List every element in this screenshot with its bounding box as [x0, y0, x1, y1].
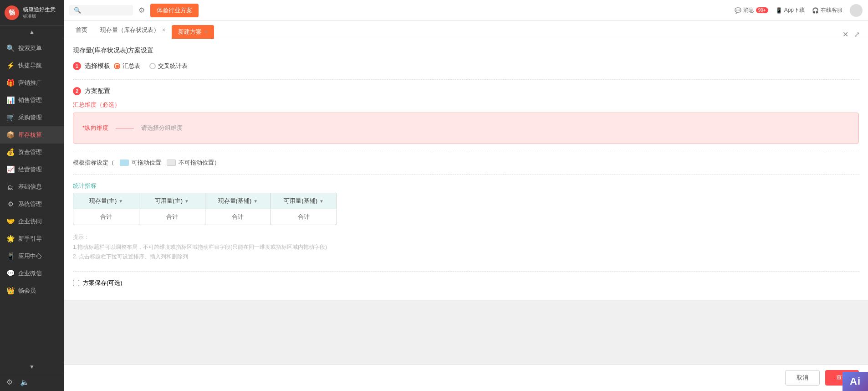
draggable-box	[120, 159, 129, 166]
search-nav-icon: 🔍	[6, 44, 15, 52]
cancel-button[interactable]: 取消	[785, 370, 820, 386]
sidebar-item-sales[interactable]: 📊 销售管理	[0, 92, 64, 109]
col2-chevron: ▼	[184, 199, 189, 204]
tab-new-plan-label: 新建方案	[178, 28, 202, 36]
step1-section: 1 选择模板 汇总表 交叉统计表	[73, 62, 859, 70]
stats-col-4-header[interactable]: 可用量(基辅) ▼	[271, 193, 337, 209]
sidebar-item-shortcut[interactable]: ⚡ 快捷导航	[0, 57, 64, 74]
sidebar-item-enterprise[interactable]: 🤝 企业协同	[0, 213, 64, 230]
sidebar-item-guide[interactable]: 🌟 新手引导	[0, 230, 64, 247]
tab-close-all-icon[interactable]: ✕	[840, 30, 851, 39]
guide-icon: 🌟	[6, 235, 15, 243]
dimension-separator	[116, 128, 134, 129]
tab-inventory-close[interactable]: ×	[162, 27, 165, 33]
user-avatar[interactable]	[850, 4, 863, 17]
save-checkbox[interactable]	[73, 280, 79, 286]
tab-new-plan[interactable]: 新建方案 ×	[172, 25, 214, 39]
stats-col-3-header[interactable]: 现存量(基辅) ▼	[205, 193, 271, 209]
service-btn[interactable]: 🎧 在线客服	[812, 6, 842, 14]
nondraggable-label: 不可拖动位置）	[179, 159, 220, 167]
template-label: 模板指标设定（	[73, 159, 114, 167]
divider-1	[73, 79, 859, 80]
dimension-vertical-label: *纵向维度	[82, 124, 108, 132]
radio-summary-circle	[114, 63, 120, 69]
sidebar-item-label: 应用中心	[18, 252, 42, 260]
col3-chevron: ▼	[253, 199, 258, 204]
sidebar-scroll-down[interactable]: ▼	[0, 361, 64, 373]
appstore-icon: 📱	[6, 252, 15, 260]
indicator-nondraggable: 不可拖动位置）	[167, 159, 220, 167]
divider-2	[73, 151, 859, 151]
topbar-gear-icon[interactable]: ⚙	[137, 4, 147, 16]
system-icon: ⚙	[6, 200, 15, 208]
brand-area: 畅 畅康通好生意 标准版	[0, 0, 64, 26]
search-box[interactable]: 🔍	[69, 5, 133, 15]
search-input[interactable]	[84, 7, 120, 14]
sidebar-item-label: 经营管理	[18, 165, 42, 174]
sidebar-item-label: 搜索菜单	[18, 44, 42, 52]
sidebar-item-system[interactable]: ⚙ 系统管理	[0, 196, 64, 213]
panel-title: 现存量(库存状况表)方案设置	[73, 46, 859, 55]
stats-col-1-header[interactable]: 现存量(主) ▼	[73, 193, 139, 209]
tab-new-plan-close[interactable]: ×	[204, 29, 208, 35]
brand-name: 畅康通好生意	[23, 6, 56, 14]
step1-num: 1	[73, 62, 81, 70]
message-label: 消息	[743, 6, 754, 14]
sales-icon: 📊	[6, 96, 15, 104]
tab-expand-icon[interactable]: ⤢	[851, 30, 863, 39]
radio-summary[interactable]: 汇总表	[114, 62, 140, 70]
topbar: 🔍 ⚙ 体验行业方案 💬 消息 99+ 📱 App下载 🎧 在线客服	[64, 0, 868, 21]
tab-inventory-label: 现存量（库存状况表）	[100, 26, 159, 34]
settings-footer-icon[interactable]: ⚙	[6, 378, 13, 386]
radio-summary-dot	[116, 65, 119, 68]
sidebar-item-inventory[interactable]: 📦 库存核算	[0, 126, 64, 144]
main-area: 🔍 ⚙ 体验行业方案 💬 消息 99+ 📱 App下载 🎧 在线客服 首页	[64, 0, 868, 391]
radio-cross[interactable]: 交叉统计表	[149, 62, 188, 70]
app-download-btn[interactable]: 📱 App下载	[776, 6, 805, 14]
volume-footer-icon[interactable]: 🔈	[20, 378, 29, 386]
sidebar-item-label: 新手引导	[18, 235, 42, 243]
sidebar-item-label: 快捷导航	[18, 62, 42, 70]
scroll-up-btn[interactable]: ▲	[27, 27, 36, 37]
scroll-down-btn[interactable]: ▼	[27, 362, 36, 372]
sidebar-item-purchase[interactable]: 🛒 采购管理	[0, 109, 64, 126]
service-label: 在线客服	[821, 6, 842, 14]
sidebar-item-basic[interactable]: 🗂 基础信息	[0, 178, 64, 196]
enterprise-icon: 🤝	[6, 217, 15, 226]
dimension-box[interactable]: *纵向维度 请选择分组维度	[73, 113, 859, 144]
message-badge: 99+	[756, 7, 768, 13]
dimension-placeholder: 请选择分组维度	[141, 124, 183, 132]
sidebar-scroll-up[interactable]: ▲	[0, 26, 64, 38]
sidebar-item-search[interactable]: 🔍 搜索菜单	[0, 40, 64, 57]
tabbar: 首页 现存量（库存状况表） × 新建方案 × ✕ ⤢	[64, 21, 868, 39]
tab-inventory[interactable]: 现存量（库存状况表） ×	[94, 22, 172, 39]
service-icon: 🎧	[812, 7, 819, 14]
col4-chevron: ▼	[319, 199, 324, 204]
shortcut-icon: ⚡	[6, 62, 15, 70]
ai-badge[interactable]: Ai	[842, 372, 868, 391]
sidebar-item-label: 企业微信	[18, 269, 42, 278]
sidebar-item-operations[interactable]: 📈 经营管理	[0, 161, 64, 178]
stats-header-row: 现存量(主) ▼ 可用量(主) ▼ 现存量(基辅) ▼ 可用量(基辅)	[73, 193, 337, 209]
message-btn[interactable]: 💬 消息 99+	[735, 6, 768, 14]
divider-3	[73, 174, 859, 175]
sidebar-footer: ⚙ 🔈	[0, 373, 64, 391]
sidebar-item-marketing[interactable]: 🎁 营销推广	[0, 74, 64, 92]
brand-icon: 畅	[5, 5, 19, 20]
col2-label: 可用量(主)	[155, 197, 183, 205]
tips-area: 提示： 1.拖动标题栏可以调整布局，不可跨维度或指标区域拖动栏目字段(只能在同一…	[73, 232, 859, 262]
tab-home[interactable]: 首页	[69, 22, 94, 39]
wechat-icon: 💬	[6, 269, 15, 278]
basic-icon: 🗂	[6, 183, 15, 191]
sidebar-item-appstore[interactable]: 📱 应用中心	[0, 247, 64, 265]
template-indicator: 模板指标设定（ 可拖动位置 不可拖动位置）	[73, 159, 859, 167]
sidebar-item-wechat[interactable]: 💬 企业微信	[0, 265, 64, 282]
sidebar-item-member[interactable]: 👑 畅会员	[0, 282, 64, 299]
stats-table: 现存量(主) ▼ 可用量(主) ▼ 现存量(基辅) ▼ 可用量(基辅)	[73, 193, 337, 225]
topbar-right: 💬 消息 99+ 📱 App下载 🎧 在线客服	[735, 4, 863, 17]
sidebar-item-finance[interactable]: 💰 资金管理	[0, 144, 64, 161]
step2-label: 方案配置	[85, 87, 110, 95]
trial-btn[interactable]: 体验行业方案	[150, 4, 199, 17]
stats-col-2-header[interactable]: 可用量(主) ▼	[139, 193, 205, 209]
marketing-icon: 🎁	[6, 79, 15, 87]
